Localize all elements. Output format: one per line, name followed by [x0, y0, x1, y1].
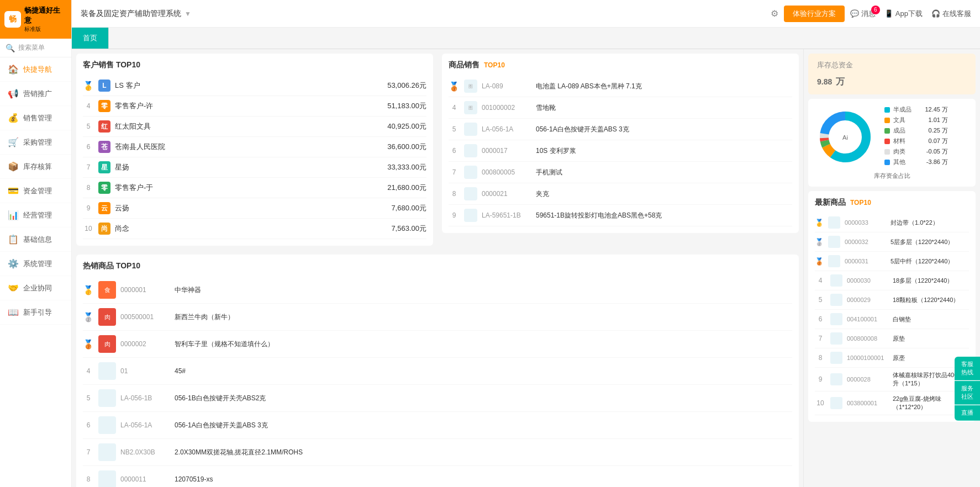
- float-panel: 客服热线 服务社区 直播: [955, 357, 980, 421]
- customer-badge: 零: [98, 100, 110, 112]
- dropdown-icon[interactable]: ▼: [185, 10, 191, 18]
- legend-item: 其他 -3.86 万: [884, 158, 948, 166]
- product-code: LA-056-1A: [120, 421, 170, 429]
- sidebar-item-cooperation[interactable]: 🤝 企业协同: [0, 276, 71, 300]
- sidebar-item-label: 库存核算: [23, 162, 52, 172]
- sidebar-item-system[interactable]: ⚙️ 系统管理: [0, 252, 71, 276]
- sidebar-item-finance[interactable]: 💳 资金管理: [0, 179, 71, 203]
- sidebar-item-basic-info[interactable]: 📋 基础信息: [0, 227, 71, 252]
- product-name: 白钢垫: [893, 315, 969, 324]
- legend-color: [884, 149, 890, 155]
- sidebar-item-label: 经营管理: [23, 210, 52, 220]
- customer-name: LS 客户: [115, 81, 383, 91]
- product-thumbnail: [830, 294, 842, 306]
- gear-icon[interactable]: ⚙: [771, 8, 778, 19]
- product-name: 056-1B白色按键开关壳ABS2克: [175, 394, 266, 403]
- sidebar-item-label: 采购管理: [23, 137, 52, 147]
- message-button[interactable]: 💬 消息 6: [850, 9, 876, 19]
- table-row: 5 LA-056-1A 056-1A白色按键开关盖ABS 3克: [449, 119, 792, 140]
- medal-icon-gold: 🥇: [815, 219, 824, 227]
- sidebar: 畅 畅捷通好生意 标准版 🔍 搜索菜单 🏠 快捷导航 📢 营销推广 💰 销售管理…: [0, 0, 72, 487]
- tab-home[interactable]: 首页: [72, 28, 109, 49]
- product-thumbnail: [98, 362, 116, 380]
- sidebar-item-inventory[interactable]: 📦 库存核算: [0, 155, 71, 179]
- product-code: 0000001: [120, 286, 170, 294]
- service-community-button[interactable]: 服务社区: [955, 381, 980, 405]
- rank-number: 9: [815, 375, 826, 383]
- sidebar-item-guide[interactable]: 📖 新手引导: [0, 300, 71, 325]
- product-name: 雪地靴: [536, 103, 792, 113]
- product-thumbnail: [830, 274, 842, 287]
- tab-bar: 首页: [72, 28, 980, 49]
- list-item: 7 NB2.0X30B 2.0X30MM双搓花轴,搓花直径2.1MM/ROHS: [83, 439, 792, 466]
- sidebar-item-purchase[interactable]: 🛒 采购管理: [0, 130, 71, 155]
- legend-color: [884, 160, 890, 165]
- online-service-button[interactable]: 🎧 在线客服: [931, 9, 971, 19]
- customer-amount: 21,680.00元: [387, 183, 426, 193]
- trial-button[interactable]: 体验行业方案: [784, 6, 845, 22]
- sidebar-item-label: 企业协同: [23, 283, 52, 293]
- rank-number: 7: [815, 335, 826, 342]
- cooperation-icon: 🤝: [8, 283, 19, 293]
- sidebar-item-home[interactable]: 🏠 快捷导航: [0, 57, 71, 82]
- sidebar-item-marketing[interactable]: 📢 营销推广: [0, 82, 71, 106]
- customer-amount: 36,600.00元: [387, 142, 426, 152]
- rank-number: 5: [83, 123, 94, 130]
- table-row: 8 0000021 夹克: [449, 183, 792, 205]
- medal-icon-bronze: 🥉: [815, 257, 824, 266]
- rank-number: 5: [83, 394, 94, 402]
- rank-number: 8: [815, 354, 826, 362]
- table-row: 6 苍 苍南县人民医院 36,600.00元: [83, 137, 426, 157]
- sidebar-item-label: 新手引导: [23, 308, 52, 317]
- table-row: 4 零 零售客户-许 51,183.00元: [83, 96, 426, 117]
- tab-home-label: 首页: [83, 34, 97, 42]
- product-thumbnail: [830, 397, 842, 409]
- sidebar-item-operations[interactable]: 📊 经营管理: [0, 203, 71, 227]
- customer-top10-col: 客户销售 TOP10 🥇 L LS 客户 53,006.26元 4 零: [72, 49, 438, 250]
- product-code: LA-089: [482, 82, 531, 90]
- product-thumbnail: [98, 443, 116, 461]
- sidebar-item-label: 系统管理: [23, 259, 52, 269]
- rank-number: 10: [815, 399, 826, 407]
- product-name: 5层中纤（1220*2440）: [891, 257, 969, 266]
- list-item: 6 LA-056-1A 056-1A白色按键开关盖ABS 3克: [83, 412, 792, 439]
- rank-number: 8: [83, 475, 94, 483]
- customer-name: 红太阳文具: [115, 121, 383, 131]
- search-menu[interactable]: 🔍 搜索菜单: [0, 39, 71, 57]
- product-code: 001000002: [482, 104, 531, 112]
- rank-number: 5: [815, 296, 826, 304]
- list-item: 4 0000030 18多层（1220*2440）: [815, 271, 969, 290]
- basic-info-icon: 📋: [8, 234, 19, 245]
- content-area: 客户销售 TOP10 🥇 L LS 客户 53,006.26元 4 零: [72, 49, 980, 487]
- live-broadcast-button[interactable]: 直播: [955, 405, 980, 421]
- app-download-button[interactable]: 📱 App下载: [884, 9, 923, 19]
- sidebar-logo[interactable]: 畅 畅捷通好生意 标准版: [0, 0, 71, 39]
- customer-badge: 零: [98, 182, 110, 194]
- customer-amount: 33,333.00元: [387, 162, 426, 172]
- product-code: 10000100001: [847, 354, 888, 361]
- table-row: 🥉 图 LA-089 电池盖 LA-089 ABS本色+黑种 7.1克: [449, 76, 792, 97]
- donut-chart: Ai: [815, 107, 876, 167]
- left-panel: 客户销售 TOP10 🥇 L LS 客户 53,006.26元 4 零: [72, 49, 803, 487]
- guide-icon: 📖: [8, 307, 19, 317]
- inventory-total-card: 库存总资金 9.88 万: [808, 54, 976, 94]
- legend-label: 文具: [893, 116, 911, 124]
- list-item: 5 LA-056-1B 056-1B白色按键开关壳ABS2克: [83, 385, 792, 412]
- product-code: 0000030: [847, 277, 888, 284]
- product-thumbnail: [98, 416, 116, 434]
- product-image: 图: [464, 80, 477, 93]
- product-image: [464, 187, 477, 200]
- product-code: 0000032: [845, 239, 886, 245]
- legend-label: 半成品: [893, 105, 911, 114]
- legend-value: 1.01 万: [915, 116, 948, 124]
- list-item: 6 004100001 白钢垫: [815, 310, 969, 329]
- list-item: 4 01 45#: [83, 358, 792, 385]
- customer-amount: 40,925.00元: [387, 121, 426, 131]
- chart-subtitle: 库存资金占比: [815, 172, 969, 180]
- customer-name: 尚念: [115, 224, 387, 234]
- product-image: [464, 209, 477, 222]
- table-row: 5 红 红太阳文具 40,925.00元: [83, 117, 426, 137]
- product-name: 10S 变利罗浆: [536, 146, 792, 156]
- customer-service-button[interactable]: 客服热线: [955, 357, 980, 380]
- sidebar-item-sales[interactable]: 💰 销售管理: [0, 106, 71, 130]
